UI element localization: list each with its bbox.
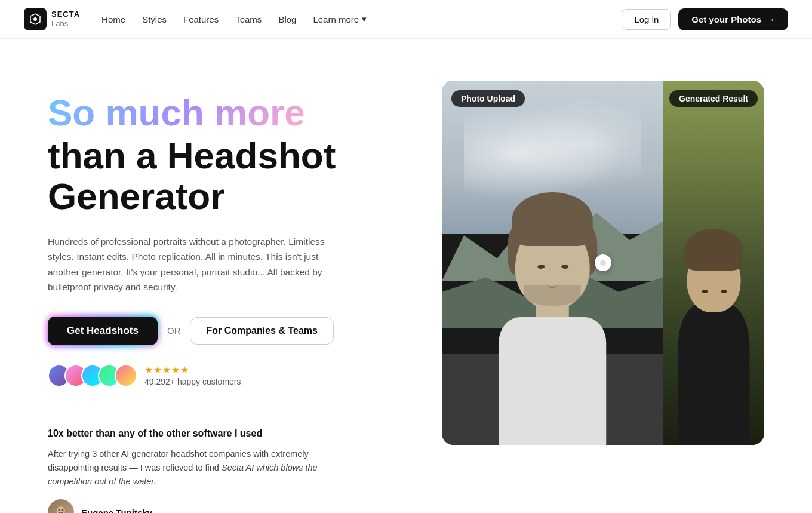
nav-left: SECTA Labs Home Styles Features Teams Bl… xyxy=(24,8,367,30)
customer-avatars xyxy=(48,364,131,387)
rating: ★★★★★ 49,292+ happy customers xyxy=(144,364,241,386)
nav-right: Log in Get your Photos → xyxy=(622,8,788,30)
hero-buttons: Get Headshots OR For Companies & Teams xyxy=(48,317,406,345)
login-button[interactable]: Log in xyxy=(622,9,671,30)
hero-left: So much more than a Headshot Generator H… xyxy=(48,81,406,513)
avatar xyxy=(115,364,137,387)
social-proof: ★★★★★ 49,292+ happy customers xyxy=(48,364,406,387)
generated-figure xyxy=(668,190,759,445)
reviewer-name: Eugene Tunitsky xyxy=(81,508,152,513)
svg-point-0 xyxy=(33,17,37,21)
or-divider: OR xyxy=(167,325,181,336)
testimonial: 10x better than any of the other softwar… xyxy=(48,411,406,513)
logo-icon xyxy=(24,8,47,30)
arrow-right-icon: → xyxy=(766,14,775,24)
hair-top xyxy=(512,192,593,246)
nose xyxy=(547,278,558,288)
svg-point-3 xyxy=(62,509,64,511)
photo-upload-label: Photo Upload xyxy=(451,90,525,107)
nav-blog[interactable]: Blog xyxy=(278,14,296,24)
gen-eye-right xyxy=(721,290,727,293)
gen-body xyxy=(678,305,749,445)
navigation: SECTA Labs Home Styles Features Teams Bl… xyxy=(0,0,812,39)
nav-styles[interactable]: Styles xyxy=(142,14,167,24)
star-icons: ★★★★★ xyxy=(144,364,241,376)
shirt xyxy=(499,317,606,445)
testimonial-text: After trying 3 other AI generator headsh… xyxy=(48,447,346,489)
generated-panel: Generated Result xyxy=(663,81,764,445)
nav-links: Home Styles Features Teams Blog Learn mo… xyxy=(102,14,367,24)
nav-teams[interactable]: Teams xyxy=(235,14,262,24)
logo[interactable]: SECTA Labs xyxy=(24,8,80,30)
hero-section: So much more than a Headshot Generator H… xyxy=(0,39,812,513)
customer-count: 49,292+ happy customers xyxy=(144,377,241,386)
reviewer-avatar xyxy=(48,499,74,513)
nav-features[interactable]: Features xyxy=(183,14,219,24)
chevron-down-icon: ▾ xyxy=(362,14,367,24)
svg-point-1 xyxy=(57,506,65,513)
generated-label: Generated Result xyxy=(669,90,758,107)
bw-photo xyxy=(442,81,663,445)
testimonial-title: 10x better than any of the other softwar… xyxy=(48,428,406,439)
companies-teams-button[interactable]: For Companies & Teams xyxy=(190,317,333,345)
hero-title-gradient: So much more xyxy=(48,93,406,133)
gen-eye-left xyxy=(702,290,708,293)
hero-right: Photo Upload xyxy=(442,81,764,445)
get-photos-button[interactable]: Get your Photos → xyxy=(678,8,788,30)
reviewer: Eugene Tunitsky xyxy=(48,499,406,513)
hero-description: Hundreds of professional portraits witho… xyxy=(48,234,346,295)
svg-point-2 xyxy=(59,509,60,511)
panel-divider xyxy=(595,254,611,271)
person-figure xyxy=(469,161,635,445)
photo-upload-panel: Photo Upload xyxy=(442,81,663,445)
logo-text: SECTA Labs xyxy=(51,10,80,28)
hero-title-black: than a Headshot Generator xyxy=(48,136,406,217)
learn-more-button[interactable]: Learn more ▾ xyxy=(313,14,367,24)
gen-hair xyxy=(684,229,743,271)
nav-home[interactable]: Home xyxy=(102,14,125,24)
get-headshots-button[interactable]: Get Headshots xyxy=(48,317,158,345)
generated-photo xyxy=(663,81,764,445)
